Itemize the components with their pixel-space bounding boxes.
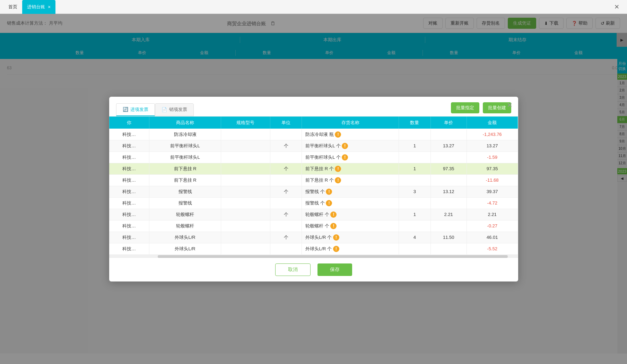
- active-tab[interactable]: 进销台账 ×: [22, 0, 55, 14]
- inventory-name: 前平衡杆球头L 个: [305, 143, 340, 148]
- cell-company: 科技…: [109, 186, 149, 197]
- cell-inventory: 报警线 个 !: [302, 186, 399, 197]
- cell-product-name: 防冻冷却液: [149, 129, 221, 140]
- warning-icon: !: [342, 154, 348, 161]
- table-row[interactable]: 科技…报警线个报警线 个 !313.1239.37: [109, 186, 518, 197]
- cell-unit-price: [430, 220, 467, 232]
- warning-icon: !: [330, 223, 337, 229]
- cell-spec: [221, 243, 270, 254]
- cell-quantity: [399, 243, 430, 254]
- table-row[interactable]: 科技…外球头L/R个外球头L/R 个 !411.5046.01: [109, 232, 518, 243]
- batch-assign-button[interactable]: 批量指定: [451, 102, 479, 113]
- warning-icon: !: [342, 143, 348, 149]
- table-row[interactable]: 科技…前下悬挂 R个前下悬挂 R 个 !197.3597.35: [109, 163, 518, 174]
- cell-inventory: 前下悬挂 R 个 !: [302, 174, 399, 186]
- table-row[interactable]: 科技…防冻冷却液防冻冷却液 瓶 !-1,243.76: [109, 129, 518, 140]
- cell-product-name: 外球头L/R: [149, 232, 221, 243]
- table-row[interactable]: 科技…报警线报警线 个 !-4.72: [109, 197, 518, 209]
- inbound-tab-label: 进项发票: [130, 106, 148, 113]
- cell-amount: -11.68: [467, 174, 518, 186]
- table-row[interactable]: 科技…轮毂螺杆个轮毂螺杆 个 !12.212.21: [109, 209, 518, 220]
- warning-icon: !: [333, 246, 339, 252]
- cell-spec: [221, 174, 270, 186]
- cell-amount: -1,243.76: [467, 129, 518, 140]
- cell-product-name: 前下悬挂 R: [149, 163, 221, 174]
- table-row[interactable]: 科技…外球头L/R外球头L/R 个 !-5.52: [109, 243, 518, 254]
- scrollbar-thumb[interactable]: [158, 255, 508, 258]
- cell-amount: -4.72: [467, 197, 518, 209]
- cell-spec: [221, 186, 270, 197]
- cell-quantity: 3: [399, 186, 430, 197]
- cell-quantity: 1: [399, 163, 430, 174]
- cell-unit: 个: [270, 140, 302, 151]
- home-tab[interactable]: 首页: [3, 0, 22, 14]
- inventory-name: 轮毂螺杆 个: [305, 223, 329, 228]
- cell-inventory: 报警线 个 !: [302, 197, 399, 209]
- cell-company: 科技…: [109, 243, 149, 254]
- table-row[interactable]: 科技…前平衡杆球头L个前平衡杆球头L 个 !113.2713.27: [109, 140, 518, 151]
- tab-outbound-invoice[interactable]: 📄 销项发票: [155, 103, 194, 116]
- inbound-tab-icon: 🔄: [123, 107, 128, 112]
- cell-quantity: [399, 174, 430, 186]
- dialog-close-button[interactable]: ✕: [507, 102, 513, 109]
- cell-amount: 39.37: [467, 186, 518, 197]
- col-company: 你: [109, 116, 149, 129]
- window-close-button[interactable]: ✕: [610, 0, 624, 14]
- cell-inventory: 轮毂螺杆 个 !: [302, 209, 399, 220]
- inventory-name: 报警线 个: [305, 200, 325, 206]
- inventory-name: 报警线 个: [305, 189, 325, 194]
- cell-unit: [270, 129, 302, 140]
- cell-amount: 2.21: [467, 209, 518, 220]
- warning-icon: !: [333, 234, 339, 241]
- cell-company: 科技…: [109, 151, 149, 163]
- horizontal-scrollbar[interactable]: [109, 255, 518, 258]
- cell-amount: -1.59: [467, 151, 518, 163]
- inventory-name: 外球头L/R 个: [305, 235, 332, 240]
- dialog-container: 🔄 进项发票 📄 销项发票 批量指定 批量创建 ✕: [109, 97, 518, 281]
- cell-unit: 个: [270, 186, 302, 197]
- cell-product-name: 外球头L/R: [149, 243, 221, 254]
- cell-unit-price: [430, 197, 467, 209]
- cell-product-name: 轮毂螺杆: [149, 209, 221, 220]
- table-row[interactable]: 科技…前下悬挂 R前下悬挂 R 个 !-11.68: [109, 174, 518, 186]
- cell-unit-price: 2.21: [430, 209, 467, 220]
- cell-unit-price: 13.12: [430, 186, 467, 197]
- dialog-header: 🔄 进项发票 📄 销项发票 批量指定 批量创建 ✕: [109, 97, 518, 116]
- cell-unit-price: [430, 151, 467, 163]
- active-tab-label: 进销台账: [27, 4, 45, 10]
- cell-quantity: [399, 151, 430, 163]
- col-unit: 单位: [270, 116, 302, 129]
- tab-inbound-invoice[interactable]: 🔄 进项发票: [116, 103, 155, 116]
- tab-close-icon[interactable]: ×: [48, 4, 51, 10]
- cell-unit: [270, 220, 302, 232]
- dialog-table-scroll[interactable]: 你 商品名称 规格型号 单位 存货名称 数量 单价 金额 科技…防冻冷却液防冻冷…: [109, 116, 518, 255]
- cell-unit: [270, 151, 302, 163]
- dialog-header-actions: 批量指定 批量创建: [451, 102, 511, 116]
- cancel-button[interactable]: 取消: [275, 263, 311, 276]
- cell-spec: [221, 129, 270, 140]
- inventory-name: 轮毂螺杆 个: [305, 212, 329, 217]
- warning-icon: !: [330, 211, 337, 218]
- cell-spec: [221, 220, 270, 232]
- cell-inventory: 前平衡杆球头L 个 !: [302, 140, 399, 151]
- cell-quantity: 1: [399, 140, 430, 151]
- table-row[interactable]: 科技…轮毂螺杆轮毂螺杆 个 !-0.27: [109, 220, 518, 232]
- cell-unit: [270, 197, 302, 209]
- outbound-tab-icon: 📄: [162, 107, 167, 112]
- cell-unit: [270, 174, 302, 186]
- warning-icon: !: [335, 166, 341, 172]
- cell-spec: [221, 163, 270, 174]
- save-button[interactable]: 保存: [317, 263, 352, 276]
- table-row[interactable]: 科技…前平衡杆球头L前平衡杆球头L 个 !-1.59: [109, 151, 518, 163]
- main-content: 销售成本计算方法： 月平均 商贸企业进销台账 🗒 对账 重新开账 存货别名 生成…: [0, 14, 627, 364]
- col-inventory: 存货名称: [302, 116, 399, 129]
- cell-amount: -5.52: [467, 243, 518, 254]
- top-navigation: 首页 进销台账 × ✕: [0, 0, 627, 14]
- cell-spec: [221, 151, 270, 163]
- cell-inventory: 防冻冷却液 瓶 !: [302, 129, 399, 140]
- col-product-name: 商品名称: [149, 116, 221, 129]
- warning-icon: !: [335, 131, 341, 138]
- cell-company: 科技…: [109, 163, 149, 174]
- cell-quantity: [399, 197, 430, 209]
- cell-product-name: 前平衡杆球头L: [149, 151, 221, 163]
